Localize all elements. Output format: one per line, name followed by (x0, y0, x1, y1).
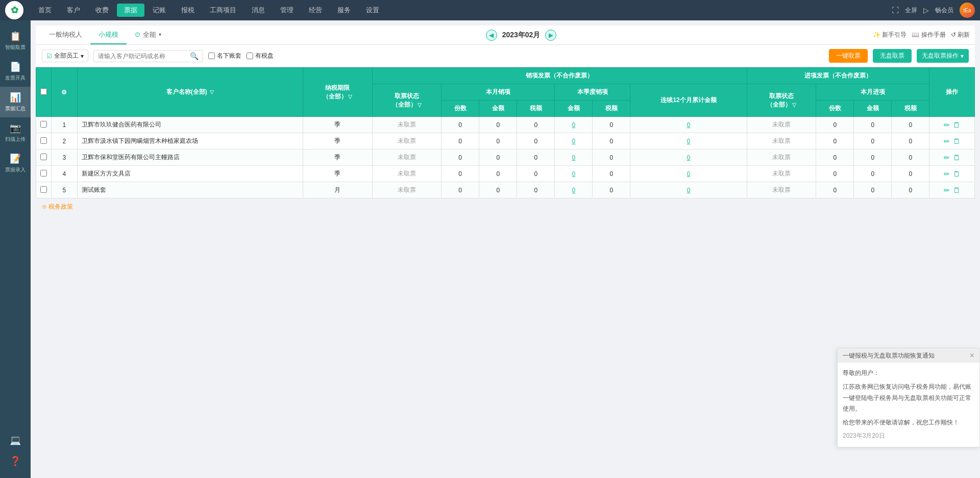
diskless-ticket-operation-button[interactable]: 无盘取票操作 ▾ (917, 49, 969, 63)
fullscreen-label[interactable]: 全屏 (905, 6, 917, 15)
edit-icon[interactable]: ✏ (944, 137, 950, 145)
refresh-button[interactable]: ↺ 刷新 (951, 31, 970, 39)
edit-icon[interactable]: ✏ (944, 186, 950, 194)
row-year-amount-cell[interactable]: 0 (630, 133, 747, 149)
member-label[interactable]: 畅会员 (935, 6, 953, 15)
date-prev-button[interactable]: ◀ (486, 30, 497, 41)
nav-operation[interactable]: 经营 (302, 4, 329, 17)
row-tax-period-cell: 月 (303, 182, 372, 198)
row-client-name-cell: 卫辉市保和堂医药有限公司主幢路店 (77, 149, 303, 166)
search-button[interactable]: 🔍 (190, 52, 199, 60)
row-incoming-month-count-cell: 0 (816, 133, 854, 149)
nav-settings[interactable]: 设置 (359, 4, 386, 17)
row-sales-month-amount-cell: 0 (479, 166, 517, 182)
nav-invoice[interactable]: 票据 (117, 4, 144, 17)
nav-message[interactable]: 消息 (244, 4, 272, 17)
one-click-ticket-button[interactable]: 一键取票 (829, 49, 868, 63)
row-checkbox-cell (36, 117, 52, 133)
row-incoming-status-cell: 未取票 (747, 133, 816, 149)
row-year-amount-cell[interactable]: 0 (630, 182, 747, 198)
my-accounts-checkbox[interactable] (208, 53, 215, 59)
row-checkbox-3[interactable] (40, 170, 47, 177)
table-row: 1 卫辉市玖玖健合医药有限公司 季 未取票 0 0 0 0 0 0 未取票 0 … (36, 117, 975, 133)
row-actions-cell: ✏ 🗒 (929, 149, 975, 166)
table-row: 2 卫辉市汲水镇下园闸瞒烟营木种植家庭农场 季 未取票 0 0 0 0 0 0 … (36, 133, 975, 149)
my-accounts-checkbox-label[interactable]: 名下账套 (208, 52, 241, 60)
row-actions-cell: ✏ 🗒 (929, 133, 975, 149)
manual-button[interactable]: 📖 操作手册 (912, 31, 945, 39)
new-guide-button[interactable]: ✨ 新手引导 (873, 31, 906, 39)
row-year-amount-cell[interactable]: 0 (630, 149, 747, 166)
sidebar-help-icon[interactable]: ❓ (6, 452, 24, 470)
nav-bookkeeping[interactable]: 记账 (145, 4, 173, 17)
tax-disk-checkbox-label[interactable]: 有税盘 (247, 52, 274, 60)
sidebar-item-invoice-summary[interactable]: 📊 票据汇总 (0, 87, 31, 117)
row-num-cell: 2 (52, 133, 78, 149)
employee-select[interactable]: ☑ 全部员工 ▾ (42, 49, 88, 62)
top-navigation: ✿ 首页 客户 收费 票据 记账 报税 工商项目 消息 管理 经营 服务 设置 … (0, 0, 980, 20)
row-checkbox-2[interactable] (40, 154, 47, 160)
date-next-button[interactable]: ▶ (545, 30, 556, 41)
row-tax-period-cell: 季 (303, 166, 372, 182)
row-client-name-cell: 新建区方方文具店 (77, 166, 303, 182)
view-icon[interactable]: 🗒 (953, 137, 960, 145)
row-checkbox-0[interactable] (40, 121, 47, 128)
th-month-incoming: 本月进项 (816, 84, 929, 100)
th-sales-month-amount: 金额 (479, 100, 517, 117)
edit-icon[interactable]: ✏ (944, 170, 950, 178)
view-icon[interactable]: 🗒 (953, 121, 960, 129)
row-year-amount-cell[interactable]: 0 (630, 166, 747, 182)
row-sales-quarter-amount-cell[interactable]: 0 (555, 182, 593, 198)
tab-general-taxpayer[interactable]: 一般纳税人 (41, 26, 90, 44)
row-sales-quarter-tax-cell: 0 (593, 133, 630, 149)
view-icon[interactable]: 🗒 (953, 154, 960, 162)
sidebar-item-invoice-entry[interactable]: 📝 票据录入 (0, 148, 31, 179)
nav-service[interactable]: 服务 (330, 4, 358, 17)
row-sales-quarter-amount-cell[interactable]: 0 (555, 133, 593, 149)
row-checkbox-1[interactable] (40, 137, 47, 144)
date-label: 2023年02月 (502, 31, 541, 40)
th-year-sales: 连续12个月累计金额 (630, 84, 747, 117)
select-all-checkbox[interactable] (40, 88, 47, 95)
fullscreen-icon[interactable]: ⛶ (892, 6, 899, 14)
invoice-entry-icon: 📝 (10, 153, 21, 164)
tab-small-scale[interactable]: 小规模 (90, 26, 127, 44)
view-icon[interactable]: 🗒 (953, 186, 960, 194)
table-row: 5 测试账套 月 未取票 0 0 0 0 0 0 未取票 0 0 0 ✏ 🗒 (36, 182, 975, 198)
nav-manage[interactable]: 管理 (273, 4, 301, 17)
nav-fees[interactable]: 收费 (88, 4, 116, 17)
sidebar-item-scan-upload[interactable]: 📷 扫描上传 (0, 117, 31, 148)
diskless-ticket-button[interactable]: 无盘取票 (873, 49, 912, 63)
row-incoming-status-cell: 未取票 (747, 182, 816, 198)
tax-policy-link[interactable]: ⊙ 税务政策 (36, 198, 975, 215)
nav-customer[interactable]: 客户 (60, 4, 87, 17)
sidebar-item-invoice-open[interactable]: 📄 发票开具 (0, 56, 31, 87)
view-icon[interactable]: 🗒 (953, 170, 960, 178)
nav-tax[interactable]: 报税 (174, 4, 202, 17)
employee-select-chevron-icon: ▾ (81, 53, 84, 60)
sidebar-item-label: 智能取票 (5, 44, 26, 51)
th-sales-month-count: 份数 (442, 100, 479, 117)
nav-home[interactable]: 首页 (31, 4, 59, 17)
edit-icon[interactable]: ✏ (944, 154, 950, 162)
member-icon[interactable]: ▷ (923, 6, 929, 14)
th-quarter-sales: 本季度销项 (555, 84, 630, 100)
tax-disk-checkbox[interactable] (247, 53, 253, 59)
row-sales-quarter-tax-cell: 0 (593, 117, 630, 133)
notification-close-button[interactable]: × (970, 351, 974, 360)
row-sales-quarter-amount-cell[interactable]: 0 (555, 166, 593, 182)
row-sales-quarter-amount-cell[interactable]: 0 (555, 117, 593, 133)
avatar[interactable]: tEa (960, 3, 975, 18)
sidebar-item-label: 扫描上传 (5, 136, 26, 143)
sidebar-item-smart-ticket[interactable]: 📋 智能取票 (0, 26, 31, 56)
row-sales-status-cell: 未取票 (372, 149, 441, 166)
tab-omnipotent[interactable]: ⊙ 全能 ▾ (127, 26, 169, 44)
edit-icon[interactable]: ✏ (944, 121, 950, 129)
row-incoming-month-tax-cell: 0 (892, 117, 929, 133)
search-input[interactable] (98, 53, 190, 60)
row-checkbox-4[interactable] (40, 186, 47, 193)
row-sales-quarter-amount-cell[interactable]: 0 (555, 149, 593, 166)
row-year-amount-cell[interactable]: 0 (630, 117, 747, 133)
nav-business[interactable]: 工商项目 (203, 4, 243, 17)
sidebar-monitor-icon[interactable]: 💻 (6, 431, 24, 449)
